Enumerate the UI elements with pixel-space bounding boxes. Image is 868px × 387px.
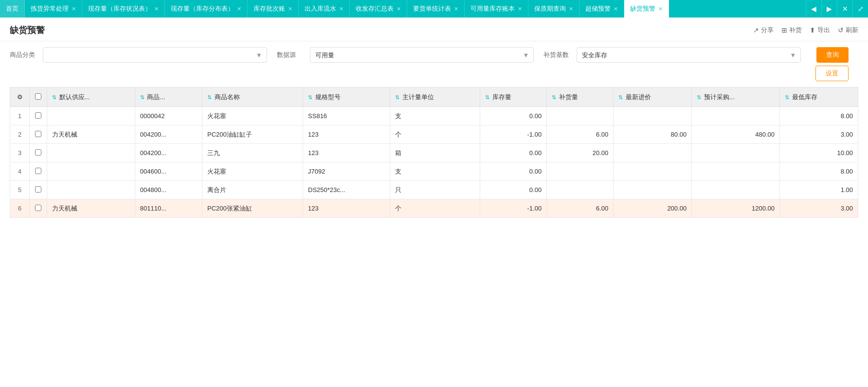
row-checkbox[interactable] [35,131,41,137]
row-checkbox[interactable] [35,186,41,193]
nav-tab-inventory2[interactable]: 现存量（库存分布表） ✕ [165,0,248,18]
nav-tab-overstock[interactable]: 超储预警 ✕ [579,0,624,18]
min-stock-cell: 10.00 [779,144,858,162]
code-cell: 004600... [135,162,202,181]
close-icon[interactable]: ✕ [288,6,292,12]
nav-expand-button[interactable]: ⤢ [852,0,868,18]
close-icon[interactable]: ✕ [658,6,663,12]
select-all-checkbox[interactable] [35,93,41,100]
latest-price-cell [614,162,692,181]
nav-tab-requisition[interactable]: 要货单统计表 ✕ [407,0,465,18]
stock-column-header[interactable]: ⇅ 库存量 [480,88,547,107]
code-cell: 004800... [135,181,202,199]
replenish-icon: ⊞ [781,26,787,34]
close-icon[interactable]: ✕ [454,6,458,12]
latest-price-column-header[interactable]: ⇅ 最新进价 [614,88,692,107]
row-checkbox-cell[interactable] [30,162,47,181]
sort-icon: ⇅ [785,94,789,100]
nav-close-button[interactable]: ✕ [837,0,852,18]
datasource-label: 数据源 [277,51,306,59]
row-checkbox-cell[interactable] [30,107,47,125]
sort-icon: ⇅ [140,94,145,100]
nav-tab-picking[interactable]: 拣货异常处理 ✕ [25,0,82,18]
table-row: 3 004200... 三九 123 箱 0.00 20.00 10.00 [10,144,858,162]
table-row: 2 力天机械 004200... PC200油缸缸子 123 个 -1.00 6… [10,125,858,144]
replenish-column-header[interactable]: ⇅ 补货量 [547,88,614,107]
est-purchase-cell: 1200.00 [692,199,780,218]
close-icon[interactable]: ✕ [614,6,618,12]
est-purchase-column-header[interactable]: ⇅ 预计采购... [692,88,780,107]
checkbox-column-header [30,88,47,107]
spec-cell: DS250*23c... [303,181,390,199]
nav-tab-batch[interactable]: 库存批次账 ✕ [248,0,299,18]
row-number: 2 [10,125,30,144]
row-checkbox[interactable] [35,168,41,174]
table-header-row: ⚙ ⇅ 默认供应... ⇅ 商品... ⇅ 商品名称 [10,88,858,107]
close-icon[interactable]: ✕ [397,6,401,12]
latest-price-cell: 200.00 [614,199,692,218]
table-container: ⚙ ⇅ 默认供应... ⇅ 商品... ⇅ 商品名称 [0,87,868,218]
row-checkbox[interactable] [35,205,41,211]
row-checkbox-cell[interactable] [30,144,47,162]
unit-cell: 支 [390,107,480,125]
name-column-header[interactable]: ⇅ 商品名称 [202,88,303,107]
nav-tab-summary[interactable]: 收发存汇总表 ✕ [350,0,407,18]
replenish-select[interactable]: 安全库存 [577,47,801,63]
close-icon[interactable]: ✕ [72,6,76,12]
close-icon[interactable]: ✕ [569,6,573,12]
stock-cell: -1.00 [480,125,547,144]
spec-cell: 123 [303,144,390,162]
close-icon[interactable]: ✕ [154,6,159,12]
supplier-cell [47,181,135,199]
row-checkbox-cell[interactable] [30,199,47,218]
close-icon[interactable]: ✕ [518,6,522,12]
replenish-button[interactable]: ⊞ 补货 [781,26,802,35]
row-checkbox-cell[interactable] [30,181,47,199]
code-cell: 004200... [135,125,202,144]
supplier-column-header[interactable]: ⇅ 默认供应... [47,88,135,107]
export-button[interactable]: ⬆ 导出 [810,26,830,35]
name-cell: 火花塞 [202,162,303,181]
nav-next-button[interactable]: ▶ [821,0,837,18]
replenish-cell [547,107,614,125]
row-checkbox[interactable] [35,112,41,119]
close-icon[interactable]: ✕ [237,6,241,12]
supplier-cell [47,144,135,162]
stock-cell: -1.00 [480,199,547,218]
query-button[interactable]: 查询 [816,47,849,63]
row-checkbox[interactable] [35,149,41,156]
row-number: 6 [10,199,30,218]
nav-tab-available[interactable]: 可用量库存账本 ✕ [465,0,528,18]
name-cell: 离合片 [202,181,303,199]
nav-tab-expiry[interactable]: 保质期查询 ✕ [528,0,579,18]
refresh-button[interactable]: ↺ 刷新 [838,26,858,35]
spec-cell: 123 [303,199,390,218]
category-select[interactable] [43,47,267,63]
datasource-select[interactable]: 可用量 [310,47,534,63]
name-cell: PC200张紧油缸 [202,199,303,218]
latest-price-cell [614,144,692,162]
unit-column-header[interactable]: ⇅ 主计量单位 [390,88,480,107]
min-stock-column-header[interactable]: ⇅ 最低库存 [779,88,858,107]
spec-column-header[interactable]: ⇅ 规格型号 [303,88,390,107]
code-column-header[interactable]: ⇅ 商品... [135,88,202,107]
stock-cell: 0.00 [480,181,547,199]
stock-cell: 0.00 [480,107,547,125]
category-filter-group: 商品分类 ▼ [10,47,267,63]
share-button[interactable]: ↗ 分享 [753,26,774,35]
nav-prev-button[interactable]: ◀ [806,0,821,18]
min-stock-cell: 3.00 [779,199,858,218]
settings-button[interactable]: 设置 [815,66,849,81]
nav-tab-home[interactable]: 首页 [0,0,25,18]
row-checkbox-cell[interactable] [30,125,47,144]
nav-tab-shortage[interactable]: 缺货预警 ✕ [624,0,669,18]
category-label: 商品分类 [10,51,39,59]
spec-cell: 123 [303,125,390,144]
filter-row: 商品分类 ▼ 数据源 可用量 ▼ [0,41,868,87]
close-icon[interactable]: ✕ [339,6,344,12]
nav-controls: ◀ ▶ ✕ ⤢ [806,0,868,18]
row-number: 3 [10,144,30,162]
nav-tab-inout[interactable]: 出入库流水 ✕ [299,0,350,18]
gear-column-header[interactable]: ⚙ [10,88,30,107]
nav-tab-inventory1[interactable]: 现存量（库存状况表） ✕ [82,0,165,18]
